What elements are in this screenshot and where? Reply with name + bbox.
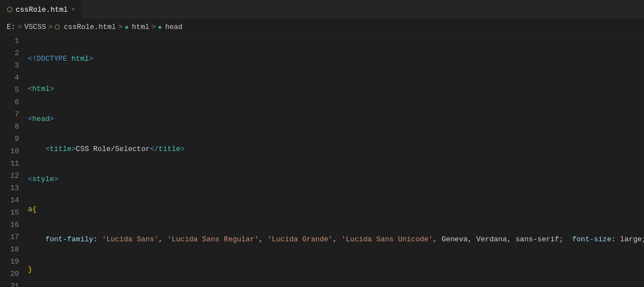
code-editor[interactable]: 1 2 3 4 5 6 7 8 9 10 11 12 13 14 15 16 1… (0, 35, 644, 287)
line-num-20: 20 (4, 268, 19, 280)
breadcrumb: E: > VSCSS > ⬡ cssRole.html > ◈ html > ◈… (0, 20, 644, 35)
line-num-13: 13 (4, 182, 19, 194)
code-lines[interactable]: <!DOCTYPE html> <html> <head> <title>CSS… (23, 35, 644, 287)
line-num-17: 17 (4, 231, 19, 244)
line-num-8: 8 (4, 121, 19, 133)
line-num-5: 5 (4, 84, 19, 96)
line-num-19: 19 (4, 256, 19, 268)
line-num-9: 9 (4, 133, 19, 145)
line-num-12: 12 (4, 170, 19, 182)
line-numbers: 1 2 3 4 5 6 7 8 9 10 11 12 13 14 15 16 1… (0, 35, 23, 287)
line-num-10: 10 (4, 145, 19, 158)
breadcrumb-file: cssRole.html (64, 23, 116, 31)
line-num-21: 21 (4, 280, 19, 287)
line-num-7: 7 (4, 109, 19, 121)
tab-bar: ⬡ cssRole.html × (0, 0, 644, 20)
tab-filename: cssRole.html (16, 6, 68, 14)
breadcrumb-drive: E: (7, 23, 16, 31)
breadcrumb-html: html (132, 23, 149, 31)
code-line-5: <style> (28, 173, 644, 186)
close-tab-button[interactable]: × (71, 6, 75, 13)
line-num-18: 18 (4, 244, 19, 256)
line-num-16: 16 (4, 219, 19, 231)
line-num-11: 11 (4, 158, 19, 170)
code-line-4: <title>CSS Role/Selector</title> (28, 143, 644, 155)
file-breadcrumb-icon: ⬡ (55, 23, 60, 31)
line-num-3: 3 (4, 60, 19, 72)
line-num-1: 1 (4, 35, 19, 47)
code-line-7: font-family: 'Lucida Sans', 'Lucida Sans… (28, 234, 644, 246)
code-line-1: <!DOCTYPE html> (28, 53, 644, 65)
line-num-4: 4 (4, 72, 19, 84)
code-line-8: } (28, 264, 644, 276)
file-icon: ⬡ (7, 6, 12, 14)
line-num-15: 15 (4, 207, 19, 219)
head-breadcrumb-icon: ◈ (158, 23, 162, 31)
breadcrumb-head: head (165, 23, 182, 31)
code-line-3: <head> (28, 113, 644, 125)
active-tab[interactable]: ⬡ cssRole.html × (0, 0, 82, 20)
code-line-6: a{ (28, 203, 644, 216)
line-num-2: 2 (4, 47, 19, 60)
line-num-6: 6 (4, 96, 19, 109)
code-line-2: <html> (28, 83, 644, 95)
breadcrumb-folder: VSCSS (24, 23, 46, 31)
html-breadcrumb-icon: ◈ (125, 23, 129, 31)
line-num-14: 14 (4, 194, 19, 207)
